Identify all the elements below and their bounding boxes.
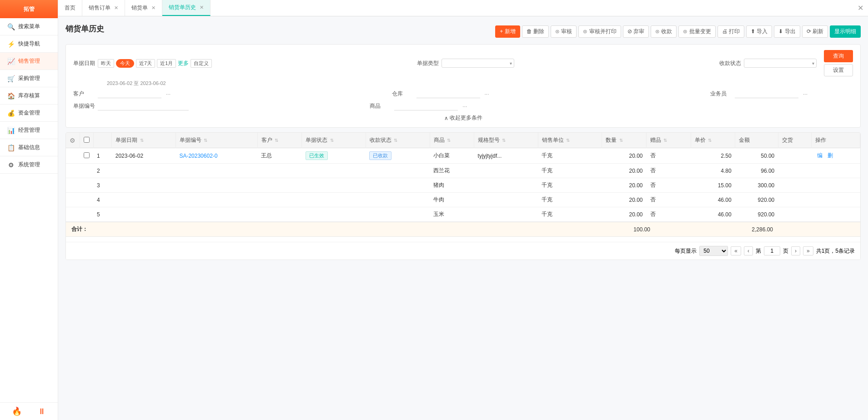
sidebar-item-basic-info[interactable]: 📋 基础信息 — [0, 139, 58, 156]
abandon-btn[interactable]: ⊘ 弃审 — [623, 25, 649, 38]
total-qty: 100.00 — [627, 226, 664, 233]
date-btn-custom[interactable]: 自定义 — [191, 59, 212, 68]
warehouse-input[interactable] — [416, 90, 480, 98]
customer-input[interactable] — [98, 90, 161, 98]
filter-staff: 业务员 ··· — [710, 90, 809, 98]
action-btn[interactable]: 编 — [815, 151, 824, 160]
tab-sales-delivery[interactable]: 销货单 ✕ — [125, 0, 162, 16]
td-spec — [474, 178, 538, 193]
collect-btn[interactable]: ⊙ 收款 — [651, 25, 677, 38]
tab-sales-history-close[interactable]: ✕ — [200, 5, 204, 10]
set-btn[interactable]: 设置 — [824, 64, 853, 76]
sidebar-item-ops[interactable]: 📊 经营管理 — [0, 122, 58, 139]
sidebar-item-sys-mgmt[interactable]: ⚙ 系统管理 — [0, 156, 58, 174]
tab-sales-history[interactable]: 销货单历史 ✕ — [162, 0, 211, 16]
customer-ellipsis[interactable]: ··· — [164, 91, 172, 97]
sidebar-item-sales-mgmt[interactable]: 📈 销售管理 — [0, 53, 58, 70]
filter-customer: 客户 ··· — [73, 90, 172, 98]
import-btn[interactable]: ⬆ 导入 — [746, 25, 772, 38]
next-page-btn[interactable]: › — [791, 246, 800, 255]
sidebar-item-finance[interactable]: 💰 资金管理 — [0, 105, 58, 122]
td-doc-status — [302, 207, 366, 222]
goods-ellipsis[interactable]: ··· — [461, 103, 469, 110]
td-spec: tyjyjtyjdf... — [474, 148, 538, 164]
sort-gift-icon[interactable]: ⇅ — [663, 138, 667, 143]
td-deal — [778, 178, 812, 193]
tab-sales-order-label: 销售订单 — [89, 4, 110, 12]
settings-icon[interactable]: ⚙ — [70, 137, 75, 144]
td-spec — [474, 193, 538, 207]
refresh-btn[interactable]: ⟳ 刷新 — [802, 25, 828, 38]
per-page-label: 每页显示 — [675, 247, 697, 255]
th-goods-label: 商品 — [434, 137, 445, 143]
sort-goods-icon[interactable]: ⇅ — [447, 138, 451, 143]
th-price-label: 单价 — [695, 137, 706, 143]
sort-spec-icon[interactable]: ⇅ — [502, 138, 506, 143]
sidebar-fire-btn[interactable]: 🔥 — [12, 406, 22, 416]
prev-page-btn[interactable]: ‹ — [744, 246, 753, 255]
row-checkbox[interactable] — [84, 152, 90, 158]
td-doc-no: SA-20230602-0 — [176, 148, 257, 164]
sort-payment-status-icon[interactable]: ⇅ — [394, 138, 397, 143]
warehouse-ellipsis[interactable]: ··· — [483, 91, 491, 97]
staff-ellipsis[interactable]: ··· — [801, 91, 809, 97]
sort-unit-icon[interactable]: ⇅ — [566, 138, 570, 143]
doc-type-select[interactable] — [442, 59, 514, 68]
payment-status-select[interactable] — [744, 59, 817, 68]
batch-change-btn[interactable]: ⊙ 批量变更 — [678, 25, 715, 38]
sidebar-item-purchase-mgmt[interactable]: 🛒 采购管理 — [0, 70, 58, 87]
print-btn[interactable]: 🖨 打印 — [717, 25, 744, 38]
close-all-tabs-btn[interactable]: ✕ — [853, 4, 868, 12]
doc-no-link[interactable]: SA-20230602-0 — [179, 153, 217, 159]
th-deal: 交货 — [778, 133, 812, 148]
action-btn[interactable]: 删 — [826, 151, 835, 160]
sort-doc-no-icon[interactable]: ⇅ — [204, 138, 207, 143]
review-print-btn[interactable]: ⊙ 审核并打印 — [578, 25, 621, 38]
sort-date-icon[interactable]: ⇅ — [140, 138, 144, 143]
tab-sales-order[interactable]: 销售订单 ✕ — [82, 0, 125, 16]
per-page-select[interactable]: 50 10 20 100 — [699, 246, 728, 256]
date-btn-yesterday[interactable]: 昨天 — [98, 59, 114, 68]
sidebar-header[interactable]: 拓管 — [0, 0, 58, 18]
collapse-btn[interactable]: ∧ 收起更多条件 — [444, 114, 482, 122]
date-btn-more[interactable]: 更多 — [178, 60, 189, 67]
scroll-bar[interactable] — [66, 236, 860, 242]
first-page-btn[interactable]: « — [731, 246, 741, 255]
tab-home[interactable]: 首页 — [58, 0, 82, 16]
td-customer — [257, 164, 302, 178]
query-btn[interactable]: 查询 — [824, 50, 853, 62]
td-settings — [66, 178, 80, 193]
td-amount: 920.00 — [735, 207, 778, 222]
sort-customer-icon[interactable]: ⇅ — [275, 138, 278, 143]
sidebar-pause-btn[interactable]: ⏸ — [38, 407, 46, 416]
tab-sales-order-close[interactable]: ✕ — [114, 5, 118, 11]
doc-no-input[interactable] — [98, 102, 189, 110]
filter-section: 单据日期 昨天 今天 近7天 近1月 更多 自定义 单据类型 — [65, 44, 861, 128]
last-page-btn[interactable]: » — [803, 246, 813, 255]
date-btn-today[interactable]: 今天 — [116, 59, 134, 68]
delete-btn[interactable]: 🗑 删除 — [522, 25, 549, 38]
goods-input[interactable] — [394, 102, 458, 110]
date-btn-1month[interactable]: 近1月 — [157, 59, 176, 68]
th-doc-no: 单据编号 ⇅ — [176, 133, 257, 148]
page-number-input[interactable] — [764, 246, 780, 255]
th-settings[interactable]: ⚙ — [66, 133, 80, 148]
sidebar-item-quick-nav[interactable]: ⚡ 快捷导航 — [0, 35, 58, 53]
th-doc-no-label: 单据编号 — [180, 137, 201, 143]
new-btn[interactable]: + 新增 — [495, 25, 520, 38]
sort-doc-status-icon[interactable]: ⇅ — [330, 138, 334, 143]
show-detail-btn[interactable]: 显示明细 — [830, 25, 861, 38]
staff-input[interactable] — [735, 90, 798, 98]
sort-qty-icon[interactable]: ⇅ — [619, 138, 623, 143]
sidebar-search[interactable]: 🔍 搜索菜单 — [0, 18, 58, 35]
sidebar-item-inventory[interactable]: 🏠 库存核算 — [0, 87, 58, 105]
tab-sales-delivery-close[interactable]: ✕ — [151, 5, 156, 11]
doc-no-label: 单据编号 — [73, 102, 95, 110]
export-btn[interactable]: ⬇ 导出 — [774, 25, 800, 38]
th-customer-label: 客户 — [261, 137, 272, 143]
select-all-checkbox[interactable] — [84, 137, 90, 143]
td-index: 4 — [93, 193, 112, 207]
sort-price-icon[interactable]: ⇅ — [708, 138, 712, 143]
review-btn[interactable]: ⊙ 审核 — [551, 25, 577, 38]
date-btn-7days[interactable]: 近7天 — [136, 59, 155, 68]
